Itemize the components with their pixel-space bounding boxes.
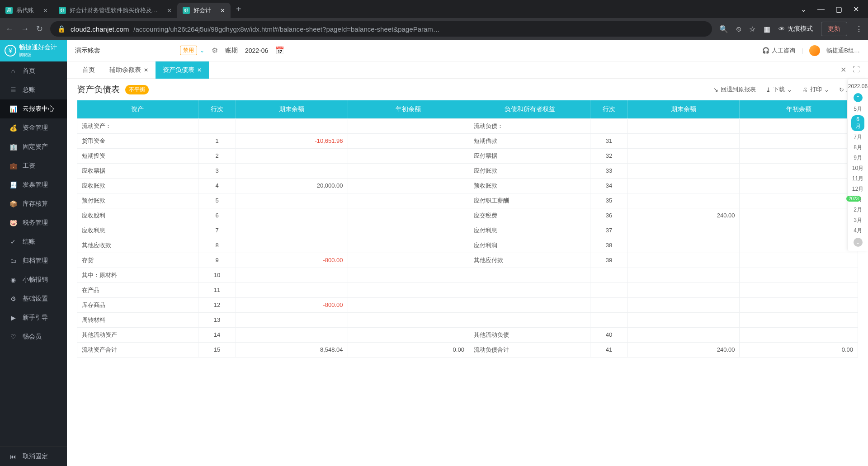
cell-begin2[interactable] (740, 118, 858, 133)
cell-asset[interactable]: 周转材料 (77, 312, 198, 327)
cell-begin[interactable] (348, 118, 469, 133)
logo[interactable]: ¥ 畅捷通好会计 旗舰版 (0, 40, 67, 61)
cell-liab[interactable]: 应付票据 (469, 148, 590, 163)
cell-begin2[interactable] (740, 238, 858, 253)
cell-liab[interactable]: 应付账款 (469, 163, 590, 178)
minimize-icon[interactable]: — (817, 5, 825, 14)
cell-asset[interactable]: 预付账款 (77, 193, 198, 208)
browser-tab-3[interactable]: 好 好会计 ✕ (177, 3, 231, 18)
cell-end2[interactable] (627, 282, 740, 297)
cell-asset[interactable]: 其他应收款 (77, 238, 198, 253)
cell-end[interactable]: -10,651.96 (236, 133, 348, 148)
sidebar-item-8[interactable]: 🐷税务管理 (0, 213, 67, 232)
cell-begin[interactable] (348, 282, 469, 297)
star-icon[interactable]: ☆ (749, 25, 755, 33)
cell-asset[interactable]: 应收账款 (77, 178, 198, 193)
cell-begin[interactable] (348, 208, 469, 223)
cell-liab[interactable] (469, 312, 590, 327)
sidebar-item-4[interactable]: 🏢固定资产 (0, 137, 67, 156)
cell-end2[interactable] (627, 312, 740, 327)
sidebar-item-13[interactable]: ▶新手引导 (0, 308, 67, 327)
cell-liab[interactable]: 其他应付款 (469, 253, 590, 268)
cell-begin[interactable] (348, 148, 469, 163)
cell-end[interactable]: 8,548.04 (236, 342, 348, 357)
cell-end[interactable] (236, 312, 348, 327)
sidebar-item-11[interactable]: ◉小畅报销 (0, 270, 67, 289)
download-button[interactable]: ⤓下载⌄ (766, 85, 792, 94)
cell-begin2[interactable]: 0.00 (740, 342, 858, 357)
restore-icon[interactable]: ▢ (835, 5, 842, 14)
cell-begin[interactable] (348, 163, 469, 178)
sidebar-item-9[interactable]: ✓结账 (0, 232, 67, 251)
browser-tab-1[interactable]: 易 易代账 ✕ (0, 3, 53, 18)
month-item[interactable]: 11月 (852, 174, 863, 184)
sidebar-item-7[interactable]: 📦库存核算 (0, 194, 67, 213)
browser-tab-2[interactable]: 好 好会计财务管理软件购买价格及… ✕ (53, 3, 177, 18)
cell-asset[interactable]: 存货 (77, 253, 198, 268)
cell-begin2[interactable] (740, 148, 858, 163)
cell-liab[interactable]: 其他流动负债 (469, 327, 590, 342)
address-bar[interactable]: 🔒 cloud2.chanjet.com /accounting/uh26t26… (50, 21, 712, 37)
cell-begin2[interactable] (740, 223, 858, 238)
cell-begin2[interactable] (740, 193, 858, 208)
month-active[interactable]: 6月 (851, 115, 864, 131)
cell-begin[interactable] (348, 238, 469, 253)
menu-icon[interactable]: ⋮ (855, 25, 863, 33)
cell-end[interactable]: -800.00 (236, 297, 348, 312)
sidebar-item-12[interactable]: ⚙基础设置 (0, 289, 67, 308)
app-tab-2[interactable]: 资产负债表✕ (156, 61, 209, 79)
cell-begin[interactable] (348, 193, 469, 208)
cell-begin[interactable] (348, 223, 469, 238)
cell-end2[interactable] (627, 223, 740, 238)
cell-end[interactable] (236, 282, 348, 297)
close-icon[interactable]: ✕ (840, 66, 846, 74)
rollback-button[interactable]: ↘回退到原报表 (713, 85, 756, 94)
print-button[interactable]: 🖨打印⌄ (802, 85, 829, 94)
cell-begin[interactable] (348, 253, 469, 268)
cell-asset[interactable]: 流动资产： (77, 118, 198, 133)
cell-liab[interactable] (469, 282, 590, 297)
cell-begin2[interactable] (740, 253, 858, 268)
cell-liab[interactable]: 流动负债合计 (469, 342, 590, 357)
cell-liab[interactable]: 流动负债： (469, 118, 590, 133)
user-name[interactable]: 畅捷通B组… (826, 47, 860, 55)
sidebar-item-10[interactable]: 🗂归档管理 (0, 251, 67, 270)
month-item[interactable]: 1月2023 (854, 194, 862, 205)
close-icon[interactable]: ✕ (853, 5, 859, 14)
support-link[interactable]: 🎧 人工咨询 (762, 47, 795, 55)
forbid-badge[interactable]: 禁用 (180, 46, 197, 55)
month-item[interactable]: 9月 (852, 153, 863, 163)
cell-begin[interactable] (348, 133, 469, 148)
cell-end2[interactable] (627, 327, 740, 342)
cell-end2[interactable] (627, 253, 740, 268)
cell-asset[interactable]: 库存商品 (77, 297, 198, 312)
cell-end2[interactable]: 240.00 (627, 342, 740, 357)
close-icon[interactable]: ✕ (43, 7, 48, 14)
sidebar-item-6[interactable]: 🧾发票管理 (0, 175, 67, 194)
cell-end2[interactable] (627, 148, 740, 163)
cell-liab[interactable] (469, 268, 590, 282)
cell-begin[interactable] (348, 312, 469, 327)
cell-end[interactable] (236, 148, 348, 163)
cell-begin2[interactable] (740, 178, 858, 193)
back-icon[interactable]: ← (5, 24, 14, 34)
cell-begin[interactable]: 0.00 (348, 342, 469, 357)
extensions-icon[interactable]: ▦ (764, 25, 770, 33)
avatar[interactable] (809, 45, 820, 56)
cell-liab[interactable]: 应付利润 (469, 238, 590, 253)
cell-end[interactable] (236, 208, 348, 223)
month-item[interactable]: 2月 (854, 205, 862, 215)
cell-end[interactable] (236, 193, 348, 208)
cell-end2[interactable] (627, 193, 740, 208)
calendar-icon[interactable]: 📅 (275, 46, 284, 55)
fullscreen-icon[interactable]: ⛶ (853, 66, 860, 74)
cell-asset[interactable]: 短期投资 (77, 148, 198, 163)
close-icon[interactable]: ✕ (220, 7, 225, 14)
cell-end[interactable] (236, 327, 348, 342)
sidebar-item-2[interactable]: 📊云报表中心 (0, 99, 67, 118)
update-button[interactable]: 更新 (821, 22, 847, 36)
disabled-eye-icon[interactable]: ⦸ (736, 25, 741, 33)
cell-end[interactable] (236, 238, 348, 253)
reload-icon[interactable]: ↻ (36, 24, 43, 34)
cell-begin[interactable] (348, 268, 469, 282)
